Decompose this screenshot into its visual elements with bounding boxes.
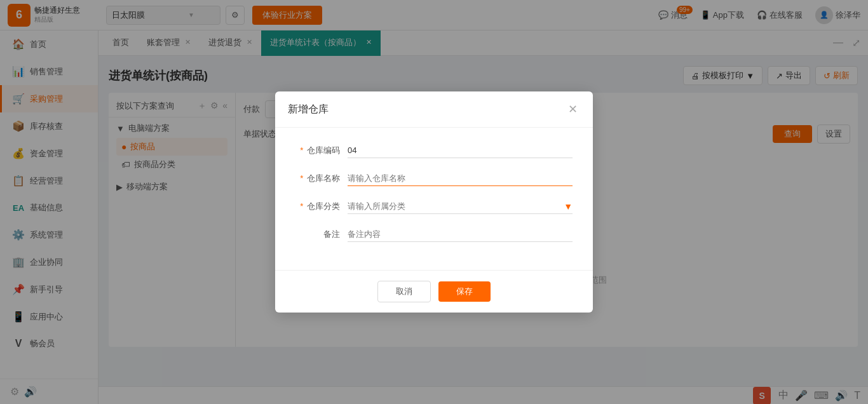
notes-input[interactable] [348, 227, 573, 242]
warehouse-cat-wrap: ▼ [348, 199, 573, 214]
modal-body: * 仓库编码 * 仓库名称 * 仓库分类 [275, 128, 593, 270]
required-indicator-name: * [300, 173, 303, 183]
warehouse-name-input[interactable] [348, 171, 573, 186]
cancel-button[interactable]: 取消 [377, 281, 431, 302]
modal-footer: 取消 保存 [275, 270, 593, 313]
required-indicator-cat: * [300, 201, 303, 211]
warehouse-cat-label: * 仓库分类 [295, 201, 340, 212]
modal-overlay[interactable]: 新增仓库 ✕ * 仓库编码 * 仓库名称 [0, 0, 868, 404]
warehouse-name-label: * 仓库名称 [295, 173, 340, 184]
required-indicator: * [300, 145, 303, 155]
modal-title: 新增仓库 [288, 103, 329, 116]
modal-header: 新增仓库 ✕ [275, 91, 593, 128]
warehouse-cat-input[interactable] [348, 199, 564, 213]
warehouse-code-label: * 仓库编码 [295, 145, 340, 156]
form-row-name: * 仓库名称 [295, 171, 573, 186]
modal-new-warehouse: 新增仓库 ✕ * 仓库编码 * 仓库名称 [275, 91, 593, 313]
form-row-code: * 仓库编码 [295, 143, 573, 158]
form-row-notes: 备注 [295, 227, 573, 242]
notes-label: 备注 [295, 229, 340, 240]
warehouse-cat-dropdown-arrow[interactable]: ▼ [564, 201, 573, 212]
modal-close-button[interactable]: ✕ [565, 102, 580, 117]
warehouse-code-input[interactable] [348, 143, 573, 158]
save-button[interactable]: 保存 [438, 281, 491, 302]
form-row-category: * 仓库分类 ▼ [295, 199, 573, 214]
